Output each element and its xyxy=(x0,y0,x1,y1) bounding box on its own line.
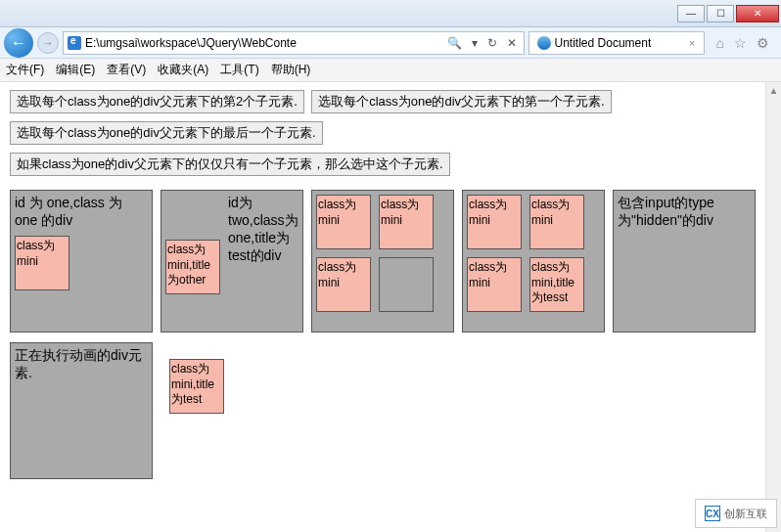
div-hidden-title: 包含input的type为"hidden"的div xyxy=(618,195,751,230)
toolbar-icons: ⌂ ☆ ⚙ xyxy=(709,35,777,51)
div-three: class为mini class为mini class为mini xyxy=(311,190,454,332)
tab-close-icon[interactable]: × xyxy=(689,37,695,49)
btn-only-child[interactable]: 如果class为one的div父元素下的仅仅只有一个子元素，那么选中这个子元素. xyxy=(10,153,450,176)
div-one-title: id 为 one,class 为 one 的div xyxy=(15,195,148,230)
btn-nth-child-2[interactable]: 选取每个class为one的div父元素下的第2个子元素. xyxy=(10,90,304,113)
box-row-1: id 为 one,class 为 one 的div class为mini id为… xyxy=(10,190,771,332)
menu-edit[interactable]: 编辑(E) xyxy=(56,62,95,78)
navigation-bar: ← → 🔍 ▾ ↻ ✕ Untitled Document × ⌂ ☆ ⚙ xyxy=(0,27,781,59)
window-titlebar: — ☐ ✕ xyxy=(0,0,781,27)
menu-view[interactable]: 查看(V) xyxy=(107,62,146,78)
menu-tools[interactable]: 工具(T) xyxy=(220,62,258,78)
maximize-button[interactable]: ☐ xyxy=(707,5,734,22)
address-input[interactable] xyxy=(85,36,440,50)
div-animating-title: 正在执行动画的div元素. xyxy=(15,347,148,382)
forward-button[interactable]: → xyxy=(37,32,59,54)
btn-last-child[interactable]: 选取每个class为one的div父元素下的最后一个子元素. xyxy=(10,121,323,145)
close-button[interactable]: ✕ xyxy=(736,5,779,22)
ie-tab-icon xyxy=(537,36,551,50)
mini-box: class为mini xyxy=(467,195,522,249)
browser-tab[interactable]: Untitled Document × xyxy=(528,31,705,55)
watermark-text: 创新互联 xyxy=(724,507,767,521)
div-animating: 正在执行动画的div元素. xyxy=(10,342,153,479)
button-row-3: 如果class为one的div父元素下的仅仅只有一个子元素，那么选中这个子元素. xyxy=(10,153,771,180)
watermark: CX 创新互联 xyxy=(695,499,777,528)
scroll-track[interactable] xyxy=(766,98,781,516)
menu-favorites[interactable]: 收藏夹(A) xyxy=(158,62,208,78)
back-button[interactable]: ← xyxy=(4,28,33,58)
mini-box: class为mini xyxy=(316,195,371,249)
mini-box: class为mini,title为test xyxy=(169,359,224,414)
vertical-scrollbar[interactable]: ▲ ▼ xyxy=(765,82,781,532)
div-four: class为mini class为mini class为mini class为m… xyxy=(462,190,605,332)
scroll-up-icon[interactable]: ▲ xyxy=(766,82,781,98)
search-icon[interactable]: 🔍 xyxy=(444,36,465,50)
div-one: id 为 one,class 为 one 的div class为mini xyxy=(10,190,153,332)
mini-box: class为mini xyxy=(316,257,371,312)
mini-box: class为mini,title为tesst xyxy=(529,257,584,312)
mini-box-empty xyxy=(379,257,434,312)
refresh-icon[interactable]: ↻ xyxy=(484,36,500,50)
tab-title: Untitled Document xyxy=(555,36,652,50)
watermark-logo: CX xyxy=(705,506,720,521)
mini-box: class为mini xyxy=(529,195,584,249)
mini-box: class为mini xyxy=(379,195,434,249)
box-row-2: 正在执行动画的div元素. xyxy=(10,342,771,479)
menu-help[interactable]: 帮助(H) xyxy=(271,62,311,78)
mini-box: class为mini,title为other xyxy=(165,240,220,294)
mini-box: class为mini xyxy=(467,257,522,312)
ie-page-icon xyxy=(68,36,81,50)
menu-file[interactable]: 文件(F) xyxy=(6,62,44,78)
address-dropdown-icon[interactable]: ▾ xyxy=(469,36,481,50)
address-bar[interactable]: 🔍 ▾ ↻ ✕ xyxy=(63,31,525,55)
div-two: id为two,class为one,title为test的div class为mi… xyxy=(161,190,303,332)
mini-box: class为mini xyxy=(15,236,69,290)
minimize-button[interactable]: — xyxy=(677,5,705,22)
page-content: 选取每个class为one的div父元素下的第2个子元素. 选取每个class为… xyxy=(0,82,781,487)
btn-first-child[interactable]: 选取每个class为one的div父元素下的第一个子元素. xyxy=(311,90,612,113)
button-row-1: 选取每个class为one的div父元素下的第2个子元素. 选取每个class为… xyxy=(10,90,771,117)
button-row-2: 选取每个class为one的div父元素下的最后一个子元素. xyxy=(10,121,771,149)
favorites-icon[interactable]: ☆ xyxy=(734,35,747,51)
tools-icon[interactable]: ⚙ xyxy=(757,35,769,51)
div-hidden-input: 包含input的type为"hidden"的div xyxy=(613,190,756,332)
menu-bar: 文件(F) 编辑(E) 查看(V) 收藏夹(A) 工具(T) 帮助(H) xyxy=(0,59,781,82)
home-icon[interactable]: ⌂ xyxy=(716,35,724,51)
div-two-title: id为two,class为one,title为test的div xyxy=(228,195,299,265)
stop-icon[interactable]: ✕ xyxy=(504,36,520,50)
